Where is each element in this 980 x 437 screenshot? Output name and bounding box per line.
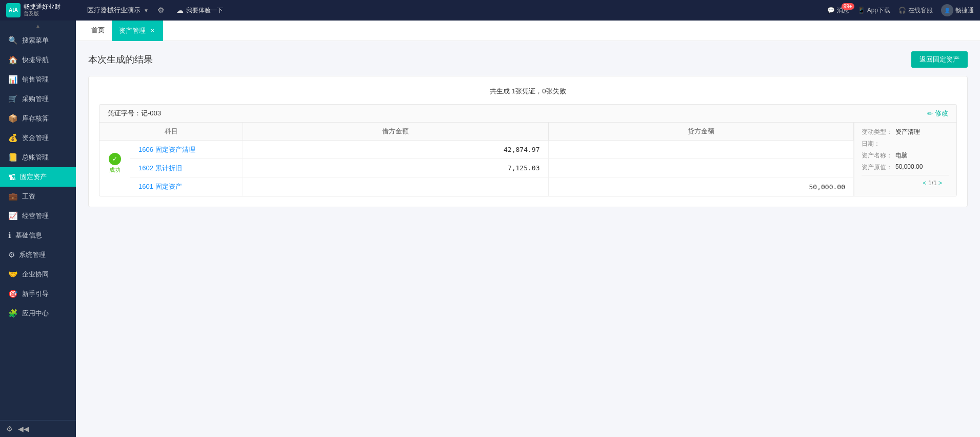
main-layout: ▲ 🔍 搜索菜单 🏠 快捷导航 📊 销售管理 🛒 采购管理 📦 库存核算 💰 资… <box>0 21 980 437</box>
asset-original-value: 50,000.00 <box>895 163 923 172</box>
sidebar-item-app-center[interactable]: 🧩 应用中心 <box>0 304 76 323</box>
change-type-label: 变动类型： <box>862 128 892 136</box>
online-service-label: 在线客服 <box>908 6 933 15</box>
user-name: 畅捷通 <box>955 6 974 15</box>
info-asset-name: 资产名称： 电脑 <box>862 151 949 160</box>
sidebar-item-purchase[interactable]: 🛒 采购管理 <box>0 89 76 109</box>
voucher-table: 科目 借方金额 贷方金额 ✓ 成功 <box>99 123 854 196</box>
success-column: ✓ 成功 <box>99 141 130 196</box>
sidebar-item-system[interactable]: ⚙ 系统管理 <box>0 245 76 265</box>
sidebar-item-cooperation[interactable]: 🤝 企业协同 <box>0 265 76 284</box>
app-center-icon: 🧩 <box>8 309 18 318</box>
page-content: 本次生成的结果 返回固定资产 共生成 1张凭证，0张失败 凭证字号：记-003 … <box>76 41 980 437</box>
sidebar-item-basic-info[interactable]: ℹ 基础信息 <box>0 226 76 245</box>
tab-bar: 首页 资产管理 ✕ <box>76 21 980 41</box>
sidebar-item-sales[interactable]: 📊 销售管理 <box>0 70 76 89</box>
company-name: 医疗器械行业演示 <box>87 6 141 15</box>
result-card: 共生成 1张凭证，0张失败 凭证字号：记-003 ✏ 修改 科 <box>88 76 968 207</box>
tab-asset-mgmt-label: 资产管理 <box>119 26 146 35</box>
edit-icon: ✏ <box>927 110 933 117</box>
subject-link[interactable]: 1606 固定资产清理 <box>138 145 195 154</box>
inventory-icon: 📦 <box>8 114 18 123</box>
sidebar-scroll-up[interactable]: ▲ <box>0 21 76 31</box>
sidebar-item-funds[interactable]: 💰 资金管理 <box>0 128 76 148</box>
result-summary: 共生成 1张凭证，0张失败 <box>99 87 957 96</box>
header-right: 💬 消息 99+ 📱 App下载 🎧 在线客服 👤 畅捷通 <box>827 4 974 16</box>
sidebar-label-basic-info: 基础信息 <box>15 231 42 240</box>
voucher-edit-button[interactable]: ✏ 修改 <box>927 109 948 118</box>
sidebar-item-ledger[interactable]: 📒 总账管理 <box>0 148 76 167</box>
success-text: 成功 <box>109 166 121 174</box>
sidebar-item-fixed-assets[interactable]: 🏗 固定资产 <box>0 167 76 187</box>
info-change-type: 变动类型： 资产清理 <box>862 128 949 136</box>
voucher-header: 凭证字号：记-003 ✏ 修改 <box>99 105 956 123</box>
app-name: 畅捷通好业财 <box>24 3 61 10</box>
sidebar-item-inventory[interactable]: 📦 库存核算 <box>0 109 76 128</box>
sidebar-label-guide: 新手引导 <box>22 289 49 299</box>
sidebar-item-guide[interactable]: 🎯 新手引导 <box>0 284 76 304</box>
change-type-value: 资产清理 <box>895 128 920 136</box>
table-data-area: ✓ 成功 1606 固定资产清理 42,874.97 1602 累计折旧 7,1… <box>99 141 854 196</box>
basic-info-icon: ℹ <box>8 231 11 240</box>
app-download-button[interactable]: 📱 App下载 <box>857 6 890 15</box>
user-avatar[interactable]: 👤 畅捷通 <box>941 4 974 16</box>
edit-label: 修改 <box>935 109 948 118</box>
table-row: 1601 固定资产 50,000.00 <box>130 177 854 196</box>
sidebar-label-search: 搜索菜单 <box>22 36 49 45</box>
dropdown-arrow-icon: ▼ <box>144 8 149 13</box>
content-area: 首页 资产管理 ✕ 本次生成的结果 返回固定资产 共生成 1张凭证，0张失败 凭… <box>76 21 980 437</box>
settings-icon[interactable]: ⚙ <box>154 3 168 17</box>
salary-icon: 💼 <box>8 192 18 201</box>
collapse-button[interactable]: ◀◀ <box>18 425 29 433</box>
mobile-icon: 📱 <box>857 7 865 14</box>
experience-button[interactable]: ☁ 我要体验一下 <box>168 6 231 15</box>
next-page-button[interactable]: > <box>938 180 942 187</box>
sidebar-bottom: ⚙ ◀◀ <box>0 420 76 437</box>
sidebar-label-inventory: 库存核算 <box>22 114 49 123</box>
sidebar: ▲ 🔍 搜索菜单 🏠 快捷导航 📊 销售管理 🛒 采购管理 📦 库存核算 💰 资… <box>0 21 76 437</box>
info-panel: 变动类型： 资产清理 日期： 资产名称： 电脑 <box>854 123 956 196</box>
th-debit: 借方金额 <box>243 123 549 140</box>
sidebar-label-sales: 销售管理 <box>22 75 49 84</box>
subject-cell: 1606 固定资产清理 <box>130 141 243 158</box>
sidebar-item-quick-nav[interactable]: 🏠 快捷导航 <box>0 50 76 70</box>
company-selector[interactable]: 医疗器械行业演示 ▼ <box>82 6 154 15</box>
subject-link[interactable]: 1601 固定资产 <box>138 182 182 191</box>
credit-cell <box>549 141 854 158</box>
data-rows: 1606 固定资产清理 42,874.97 1602 累计折旧 7,125.03… <box>130 141 854 196</box>
prev-page-button[interactable]: < <box>923 180 927 187</box>
sidebar-label-funds: 资金管理 <box>22 133 49 143</box>
subject-link[interactable]: 1602 累计折旧 <box>138 164 182 173</box>
subject-cell: 1601 固定资产 <box>130 177 243 196</box>
info-date: 日期： <box>862 140 949 148</box>
return-button[interactable]: 返回固定资产 <box>911 51 968 68</box>
th-subject: 科目 <box>99 123 243 140</box>
message-button[interactable]: 💬 消息 99+ <box>827 6 849 15</box>
sidebar-label-operations: 经营管理 <box>22 211 49 221</box>
sidebar-item-salary[interactable]: 💼 工资 <box>0 187 76 206</box>
sidebar-item-search[interactable]: 🔍 搜索菜单 <box>0 31 76 50</box>
tab-asset-mgmt[interactable]: 资产管理 ✕ <box>112 21 163 41</box>
voucher-number: 凭证字号：记-003 <box>108 109 161 118</box>
quick-nav-icon: 🏠 <box>8 55 18 65</box>
purchase-icon: 🛒 <box>8 94 18 104</box>
page-title: 本次生成的结果 <box>88 53 153 66</box>
tab-close-button[interactable]: ✕ <box>149 27 156 34</box>
system-icon: ⚙ <box>8 250 15 260</box>
app-edition: 普及版 <box>24 10 61 17</box>
online-service-button[interactable]: 🎧 在线客服 <box>898 6 933 15</box>
sidebar-item-operations[interactable]: 📈 经营管理 <box>0 206 76 226</box>
sidebar-label-cooperation: 企业协同 <box>22 270 49 279</box>
settings-bottom-button[interactable]: ⚙ <box>6 425 13 433</box>
logo-icon: AtA <box>6 3 21 17</box>
message-icon: 💬 <box>827 7 835 14</box>
avatar: 👤 <box>941 4 953 16</box>
experience-label: 我要体验一下 <box>186 6 223 15</box>
ledger-icon: 📒 <box>8 153 18 162</box>
asset-name-value: 电脑 <box>895 151 908 160</box>
funds-icon: 💰 <box>8 133 18 143</box>
pagination: < 1/1 > <box>862 175 949 191</box>
tab-home[interactable]: 首页 <box>84 21 112 41</box>
debit-cell: 7,125.03 <box>243 159 549 177</box>
cloud-icon: ☁ <box>176 6 184 14</box>
